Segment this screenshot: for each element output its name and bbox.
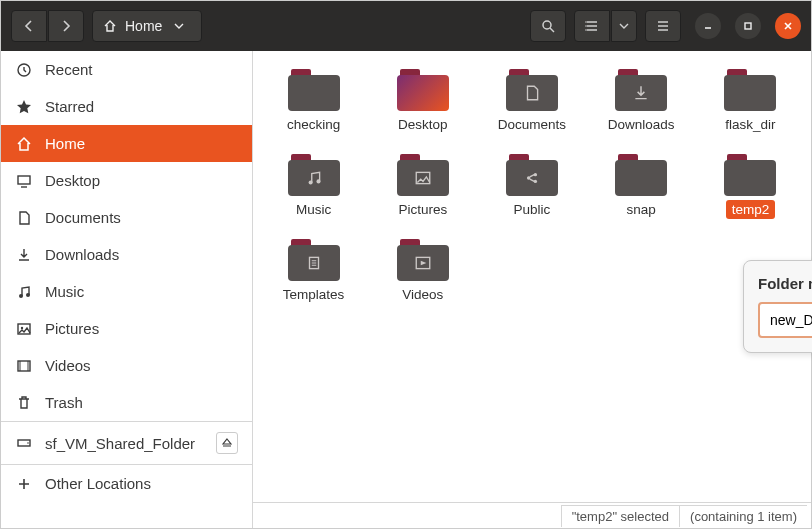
list-icon <box>585 19 599 33</box>
folder-videos[interactable]: Videos <box>370 233 475 310</box>
hamburger-button[interactable] <box>645 10 681 42</box>
chevron-right-icon <box>60 20 72 32</box>
folder-icon <box>724 154 776 196</box>
rename-popover: Folder name Rename <box>743 260 812 353</box>
path-label: Home <box>125 18 162 34</box>
folder-icon <box>615 154 667 196</box>
download-icon <box>15 247 33 263</box>
file-label: Videos <box>396 285 449 304</box>
sidebar-item-recent[interactable]: Recent <box>1 51 252 88</box>
popover-title: Folder name <box>758 275 812 292</box>
rename-input[interactable] <box>758 302 812 338</box>
pictures-icon <box>15 321 33 337</box>
svg-rect-6 <box>18 176 30 184</box>
close-icon <box>783 21 793 31</box>
videos-icon <box>15 358 33 374</box>
sidebar-item-trash[interactable]: Trash <box>1 384 252 421</box>
sidebar-item-pictures[interactable]: Pictures <box>1 310 252 347</box>
folder-pictures[interactable]: Pictures <box>370 148 475 225</box>
desktop-icon <box>15 173 33 189</box>
close-button[interactable] <box>775 13 801 39</box>
home-icon <box>15 136 33 152</box>
music-icon <box>15 284 33 300</box>
forward-button[interactable] <box>48 10 84 42</box>
sidebar-item-home[interactable]: Home <box>1 125 252 162</box>
home-icon <box>103 19 117 33</box>
svg-point-15 <box>316 179 320 183</box>
sidebar-item-documents[interactable]: Documents <box>1 199 252 236</box>
folder-templates[interactable]: Templates <box>261 233 366 310</box>
folder-desktop[interactable]: Desktop <box>370 63 475 140</box>
eject-button[interactable] <box>216 432 238 454</box>
minimize-button[interactable] <box>695 13 721 39</box>
svg-point-8 <box>26 293 30 297</box>
sidebar-item-videos[interactable]: Videos <box>1 347 252 384</box>
trash-icon <box>15 395 33 411</box>
folder-flask-dir[interactable]: flask_dir <box>698 63 803 140</box>
folder-public[interactable]: Public <box>479 148 584 225</box>
svg-point-3 <box>585 29 587 31</box>
folder-temp2[interactable]: temp2 <box>698 148 803 225</box>
svg-point-14 <box>308 180 312 184</box>
file-label: Documents <box>492 115 572 134</box>
folder-snap[interactable]: snap <box>589 148 694 225</box>
sidebar-item-other-locations[interactable]: Other Locations <box>1 464 252 502</box>
nav-group <box>11 10 84 42</box>
sidebar-item-label: Documents <box>45 209 121 226</box>
path-bar[interactable]: Home <box>92 10 202 42</box>
drive-icon <box>15 435 33 451</box>
svg-point-10 <box>21 326 23 328</box>
sidebar-item-downloads[interactable]: Downloads <box>1 236 252 273</box>
svg-point-2 <box>585 25 587 27</box>
file-manager-window: Home <box>0 0 812 529</box>
view-dropdown-button[interactable] <box>611 10 637 42</box>
sidebar-item-label: Recent <box>45 61 93 78</box>
clock-icon <box>15 62 33 78</box>
eject-icon <box>222 438 232 448</box>
view-group <box>574 10 637 42</box>
sidebar: Recent Starred Home Desktop Documents Do… <box>1 51 253 528</box>
file-label: checking <box>281 115 346 134</box>
file-label: Pictures <box>392 200 453 219</box>
folder-icon <box>506 69 558 111</box>
file-label: temp2 <box>726 200 776 219</box>
sidebar-item-label: Downloads <box>45 246 119 263</box>
sidebar-item-music[interactable]: Music <box>1 273 252 310</box>
caret-down-icon <box>619 21 629 31</box>
folder-documents[interactable]: Documents <box>479 63 584 140</box>
search-icon <box>541 19 555 33</box>
file-label: Desktop <box>392 115 454 134</box>
file-label: Downloads <box>602 115 681 134</box>
sidebar-item-label: Pictures <box>45 320 99 337</box>
sidebar-item-label: sf_VM_Shared_Folder <box>45 435 195 452</box>
star-icon <box>15 99 33 115</box>
sidebar-item-desktop[interactable]: Desktop <box>1 162 252 199</box>
folder-music[interactable]: Music <box>261 148 366 225</box>
icon-grid[interactable]: checking Desktop Documents Downloads fla… <box>253 51 811 322</box>
svg-point-1 <box>585 21 587 23</box>
folder-icon <box>397 69 449 111</box>
chevron-left-icon <box>23 20 35 32</box>
sidebar-item-label: Desktop <box>45 172 100 189</box>
folder-icon <box>397 239 449 281</box>
folder-checking[interactable]: checking <box>261 63 366 140</box>
statusbar: "temp2" selected (containing 1 item) <box>253 502 811 528</box>
sidebar-item-label: Starred <box>45 98 94 115</box>
search-button[interactable] <box>530 10 566 42</box>
file-label: Music <box>290 200 337 219</box>
maximize-button[interactable] <box>735 13 761 39</box>
sidebar-item-shared-folder[interactable]: sf_VM_Shared_Folder <box>1 421 252 464</box>
minimize-icon <box>703 21 713 31</box>
folder-icon <box>288 154 340 196</box>
status-selected: "temp2" selected <box>561 505 679 527</box>
list-view-button[interactable] <box>574 10 610 42</box>
file-label: Templates <box>277 285 351 304</box>
file-label: snap <box>621 200 662 219</box>
sidebar-item-label: Videos <box>45 357 91 374</box>
back-button[interactable] <box>11 10 47 42</box>
folder-icon <box>397 154 449 196</box>
main-pane: checking Desktop Documents Downloads fla… <box>253 51 811 528</box>
sidebar-item-starred[interactable]: Starred <box>1 88 252 125</box>
sidebar-item-label: Other Locations <box>45 475 151 492</box>
folder-downloads[interactable]: Downloads <box>589 63 694 140</box>
